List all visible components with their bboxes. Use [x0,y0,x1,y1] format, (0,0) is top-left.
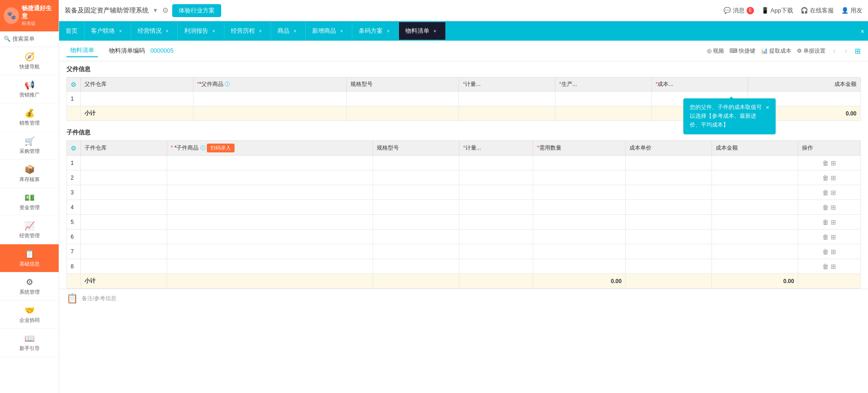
child-row7-needed[interactable] [533,244,626,259]
child-row5-needed[interactable] [533,215,626,230]
delete-row5-icon[interactable]: 🗑 [822,218,829,226]
nav-prev[interactable]: ‹ [831,47,837,55]
child-row5-unit-cost[interactable] [626,215,712,230]
child-row6-qty[interactable] [459,230,533,244]
tab-home[interactable]: 首页 [59,22,84,40]
copy-row6-icon[interactable]: ⊞ [831,233,836,241]
extract-cost-btn[interactable]: 📊 提取成本 [761,47,791,55]
tab-operations[interactable]: 经营情况 × [131,22,178,40]
sidebar-item-basicinfo[interactable]: 📋 基础信息 [0,244,59,272]
child-row1-goods[interactable] [167,156,373,170]
delete-row8-icon[interactable]: 🗑 [822,263,829,270]
message-item[interactable]: 💬 消息 6 [723,6,754,15]
child-row8-goods[interactable] [167,259,373,274]
tab-history[interactable]: 经营历程 × [224,22,271,40]
parent-row1-produce[interactable] [555,91,652,106]
copy-row1-icon[interactable]: ⊞ [831,159,836,167]
child-row7-warehouse[interactable] [81,244,167,259]
tab-new-goods[interactable]: 新增商品 × [306,22,352,40]
child-row5-qty[interactable] [459,215,533,230]
subtab-bom-code[interactable]: 物料清单编码 0000005 [105,45,177,57]
child-row6-warehouse[interactable] [81,230,167,244]
copy-row4-icon[interactable]: ⊞ [831,204,836,211]
child-row7-unit-cost[interactable] [626,244,712,259]
sidebar-item-inventory[interactable]: 📦 库存核算 [0,160,59,188]
scan-input-btn[interactable]: 扫码录入 [207,144,235,152]
grid-view-icon[interactable]: ⊞ [855,47,861,55]
child-row2-qty[interactable] [459,170,533,185]
child-row4-qty[interactable] [459,200,533,215]
video-btn[interactable]: ◎ 视频 [707,47,724,55]
child-row3-needed[interactable] [533,185,626,200]
parent-row1-warehouse[interactable] [81,91,193,106]
user-item[interactable]: 👤 用友 [841,6,862,15]
child-row3-spec[interactable] [373,185,459,200]
child-row6-goods[interactable] [167,230,373,244]
tab-barcode-close[interactable]: × [385,27,392,35]
copy-row3-icon[interactable]: ⊞ [831,189,836,196]
child-row1-unit-cost[interactable] [626,156,712,170]
tab-operations-close[interactable]: × [163,27,171,35]
child-row4-warehouse[interactable] [81,200,167,215]
child-row8-spec[interactable] [373,259,459,274]
child-row4-unit-cost[interactable] [626,200,712,215]
child-row8-amount[interactable] [712,259,798,274]
sidebar-item-purchase[interactable]: 🛒 采购管理 [0,132,59,160]
child-row2-spec[interactable] [373,170,459,185]
child-row1-spec[interactable] [373,156,459,170]
child-row4-needed[interactable] [533,200,626,215]
online-service-item[interactable]: 🎧 在线客服 [801,6,834,15]
copy-row8-icon[interactable]: ⊞ [831,263,836,270]
doc-settings-btn[interactable]: ⚙ 单据设置 [797,47,826,55]
tab-bom-close[interactable]: × [431,27,439,35]
child-row2-unit-cost[interactable] [626,170,712,185]
child-row1-amount[interactable] [712,156,798,170]
tab-bom[interactable]: 物料清单 × [399,22,446,40]
tab-goods[interactable]: 商品 × [271,22,306,40]
child-row6-spec[interactable] [373,230,459,244]
tab-profit[interactable]: 利润报告 × [178,22,224,40]
child-row3-goods[interactable] [167,185,373,200]
sidebar-item-quicknav[interactable]: 🧭 快捷导航 [0,47,59,75]
search-menu[interactable]: 🔍 搜索菜单 [0,31,59,47]
parent-row1-goods[interactable] [193,91,346,106]
sidebar-item-marketing[interactable]: 📢 营销推广 [0,75,59,103]
child-row5-amount[interactable] [712,215,798,230]
app-download-item[interactable]: 📱 App下载 [761,6,793,15]
child-row8-unit-cost[interactable] [626,259,712,274]
tab-history-close[interactable]: × [257,27,264,35]
child-row4-amount[interactable] [712,200,798,215]
delete-row4-icon[interactable]: 🗑 [822,204,829,211]
child-row6-needed[interactable] [533,230,626,244]
delete-row7-icon[interactable]: 🗑 [822,248,829,255]
child-row7-amount[interactable] [712,244,798,259]
child-row7-qty[interactable] [459,244,533,259]
sidebar-item-enterprise[interactable]: 🤝 企业协同 [0,301,59,329]
copy-row7-icon[interactable]: ⊞ [831,248,836,255]
child-row3-unit-cost[interactable] [626,185,712,200]
shortcut-btn[interactable]: ⌨ 快捷键 [729,47,755,55]
parent-row1-qty[interactable] [459,91,555,106]
child-row3-qty[interactable] [459,185,533,200]
child-row4-goods[interactable] [167,200,373,215]
child-row1-needed[interactable] [533,156,626,170]
delete-row1-icon[interactable]: 🗑 [822,159,829,167]
settings-icon[interactable]: ⚙ [162,6,169,15]
child-row6-amount[interactable] [712,230,798,244]
child-row5-goods[interactable] [167,215,373,230]
child-row8-needed[interactable] [533,259,626,274]
child-row8-qty[interactable] [459,259,533,274]
child-row6-unit-cost[interactable] [626,230,712,244]
sidebar-item-guide[interactable]: 📖 新手引导 [0,329,59,357]
delete-row3-icon[interactable]: 🗑 [822,189,829,196]
close-all-icon[interactable]: × [861,28,864,35]
child-row2-warehouse[interactable] [81,170,167,185]
child-row4-spec[interactable] [373,200,459,215]
tab-customer[interactable]: 客户联络 × [84,22,131,40]
tab-barcode[interactable]: 条码方案 × [352,22,399,40]
child-row7-spec[interactable] [373,244,459,259]
child-row5-warehouse[interactable] [81,215,167,230]
child-row3-amount[interactable] [712,185,798,200]
tab-profit-close[interactable]: × [210,27,217,35]
child-row2-amount[interactable] [712,170,798,185]
